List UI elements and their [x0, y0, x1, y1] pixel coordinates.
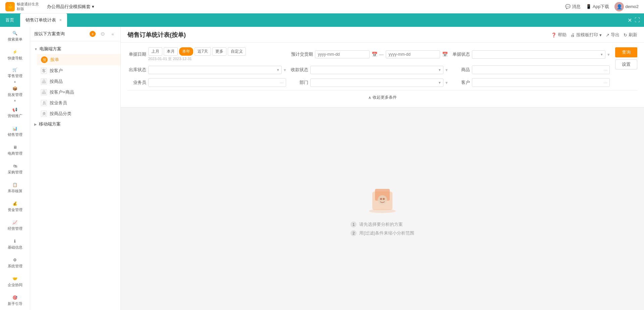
sidebar-item-finance[interactable]: 💰 资金管理 [0, 197, 30, 216]
dept-select[interactable] [310, 79, 444, 87]
status-select[interactable] [472, 50, 605, 59]
date-label: 单据日期 [127, 51, 146, 57]
goods-dots-button[interactable]: ··· [601, 66, 609, 74]
sidebar-item-business[interactable]: 📈 经营管理 [0, 216, 30, 235]
sidebar-item-enterprise[interactable]: 🤝 企业协同 [0, 272, 30, 291]
predict-date-start-input[interactable] [315, 50, 370, 58]
filter-cell-salesman: 业务员 ··· [127, 78, 286, 87]
sidebar-item-inventory[interactable]: 📋 库存核算 [0, 178, 30, 197]
tab-sales-statistics[interactable]: 销售订单统计表 × [20, 13, 67, 27]
filter-cell-dept: 部门 ▾ [289, 79, 448, 87]
customer-dots-button[interactable]: ··· [601, 79, 609, 87]
sidebar-item-retail[interactable]: 🛒 零售管理 ▲ [0, 66, 30, 85]
date-range-text: 2023-01-01 至 2023-12-31 [148, 56, 246, 61]
content-area: 按以下方案查询 + ⊙ « [30, 27, 644, 310]
sidebar-item-shortcut[interactable]: ⚡ 快捷导航 [0, 46, 30, 64]
sidebar-item-system[interactable]: ⚙ 系统管理 [0, 254, 30, 272]
page-title: 销售订单统计表(按单) [127, 31, 186, 39]
message-button[interactable]: 💬 消息 [565, 4, 581, 10]
user-avatar-area[interactable]: 👤 demo2 [614, 2, 639, 11]
filter-row-2: 出库状态 ▾ 收款 [127, 65, 610, 74]
page-title-row: 销售订单统计表(按单) ❓ 帮助 🖨 按模板打印 ▾ [127, 31, 637, 42]
sidebar-item-purchase[interactable]: 🛍 采购管理 [0, 160, 30, 178]
refresh-button[interactable]: ↻ 刷新 [624, 32, 637, 38]
empty-tip-2: 2 用[过滤]条件来缩小分析范围 [351, 230, 414, 236]
tree-child-by-goods-category[interactable]: 类 按商品分类 [37, 108, 120, 119]
filter-row-1: 单据日期 上月 本月 本年 近7天 更多 自定义 [127, 47, 610, 61]
sidebar-item-sales[interactable]: 📊 销售管理 [0, 122, 30, 141]
empty-tip-1: 1 请先选择要分析的方案 [351, 221, 414, 227]
window-close-icon[interactable]: ✕ [628, 17, 632, 23]
left-panel: 按以下方案查询 + ⊙ « [30, 27, 121, 310]
sidebar-item-marketing[interactable]: 📢 营销推广 [0, 103, 30, 122]
export-button[interactable]: ↗ 导出 [606, 32, 620, 38]
date-btn-last-month[interactable]: 上月 [148, 47, 162, 56]
filter-cell-customer: 客户 ··· [451, 78, 610, 87]
ship-select[interactable] [148, 66, 282, 74]
tree-child-by-customer[interactable]: 客 按客户 [37, 65, 120, 76]
customer-input[interactable] [472, 79, 601, 87]
tab-home[interactable]: 首页 [0, 13, 19, 27]
add-scheme-button[interactable]: + [89, 30, 96, 38]
tree-child-by-customer-goods[interactable]: 品 按客户+商品 [37, 87, 120, 98]
date-btn-custom[interactable]: 自定义 [228, 47, 246, 56]
goods-input[interactable] [472, 66, 601, 74]
filter-cell-predict-date: 预计交货期 📅 — 📅 [289, 50, 448, 58]
predict-date-label: 预计交货期 [289, 51, 313, 57]
sidebar-item-newguide[interactable]: 🎯 新手引导 [0, 291, 30, 310]
tree-child-by-order[interactable]: 按 按单 [37, 54, 120, 65]
customer-label: 客户 [451, 80, 470, 86]
salesman-dots-button[interactable]: ··· [278, 79, 286, 87]
tree-child-by-salesman[interactable]: 员 按业务员 [37, 98, 120, 108]
empty-state: 1 请先选择要分析的方案 2 用[过滤]条件来缩小分析范围 [121, 107, 644, 310]
app-download-button[interactable]: 📱 App下载 [586, 4, 609, 10]
window-expand-icon[interactable]: ⛶ [635, 17, 640, 23]
date-btn-this-year[interactable]: 本年 [179, 47, 193, 56]
collect-label: 收款状态 [289, 67, 308, 73]
query-button[interactable]: 查询 [615, 47, 637, 57]
scheme-settings-icon[interactable]: ⊙ [99, 30, 106, 38]
collect-select-expand-icon[interactable]: ▾ [445, 67, 448, 72]
top-bar: 🐥 畅捷通好生意 标版 办公用品行业模拟账套 ▾ 💬 消息 📱 App下载 👤 … [0, 0, 644, 13]
goods-label: 商品 [451, 67, 470, 73]
tree-parent-pc[interactable]: ▼ 电脑端方案 [30, 44, 120, 54]
collect-select[interactable] [310, 66, 444, 74]
customer-input-wrap: ··· [472, 78, 610, 87]
filter-row-3: 业务员 ··· 部门 [127, 78, 610, 87]
dept-label: 部门 [289, 80, 308, 86]
dept-select-wrap [310, 79, 444, 87]
breadcrumb: 办公用品行业模拟账套 ▾ [47, 4, 94, 10]
help-button[interactable]: ❓ 帮助 [551, 32, 567, 38]
predict-date-start-calendar-icon[interactable]: 📅 [372, 52, 377, 57]
status-select-expand-icon[interactable]: ▾ [607, 52, 610, 57]
tree-parent-mobile[interactable]: ▶ 移动端方案 [30, 119, 120, 129]
predict-date-end-calendar-icon[interactable]: 📅 [442, 52, 448, 57]
settings-button[interactable]: 设置 [615, 59, 637, 69]
sidebar-item-wholesale[interactable]: 📦 批发管理 ▲ [0, 85, 30, 103]
logo-text: 畅捷通好生意 标版 [17, 2, 39, 11]
goods-input-wrap: ··· [472, 65, 610, 74]
salesman-input[interactable] [149, 79, 278, 87]
empty-tips: 1 请先选择要分析的方案 2 用[过滤]条件来缩小分析范围 [351, 221, 414, 236]
date-btn-7days[interactable]: 近7天 [195, 47, 211, 56]
avatar: 👤 [614, 2, 624, 11]
sidebar-item-search[interactable]: 🔍 搜索菜单 [0, 27, 30, 46]
panel-collapse-icon[interactable]: « [109, 30, 116, 38]
dept-select-expand-icon[interactable]: ▾ [445, 80, 448, 85]
predict-date-end-input[interactable] [386, 50, 440, 58]
tab-close-icon[interactable]: × [59, 18, 62, 22]
logo-icon: 🐥 [5, 2, 15, 11]
tree-section-mobile: ▶ 移动端方案 [30, 119, 120, 129]
collapse-button[interactable]: ∧ 收起更多条件 [366, 93, 399, 102]
tree-child-by-goods[interactable]: 品 按商品 [37, 76, 120, 87]
date-btn-this-month[interactable]: 本月 [164, 47, 178, 56]
sidebar-item-basic[interactable]: ℹ 基础信息 [0, 235, 30, 254]
date-btn-more[interactable]: 更多 [212, 47, 226, 56]
template-print-button[interactable]: 🖨 按模板打印 ▾ [571, 32, 602, 38]
sidebar-item-ecommerce[interactable]: 🖥 电商管理 [0, 141, 30, 160]
ship-select-expand-icon[interactable]: ▾ [284, 67, 286, 72]
panel-tree: ▼ 电脑端方案 按 按单 客 按客户 [30, 41, 120, 310]
logo-area: 🐥 畅捷通好生意 标版 [5, 2, 39, 11]
page-body: 按以下方案查询 + ⊙ « [30, 27, 644, 310]
status-label: 单据状态 [451, 51, 470, 57]
